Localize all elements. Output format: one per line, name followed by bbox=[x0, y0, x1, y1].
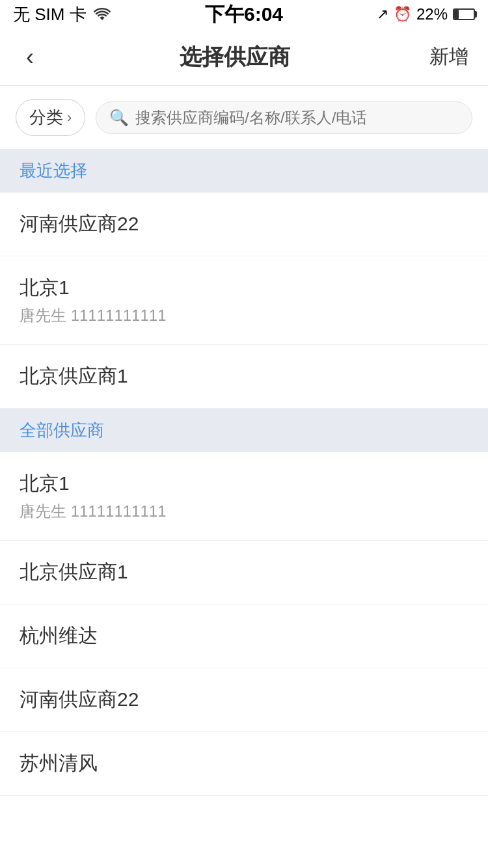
status-time: 下午6:04 bbox=[205, 1, 283, 28]
battery-label: 22% bbox=[416, 5, 448, 23]
page-title: 选择供应商 bbox=[180, 42, 290, 72]
item-name: 北京1 bbox=[20, 470, 468, 497]
all-section-header: 全部供应商 bbox=[0, 409, 488, 452]
all-list: 北京1 唐先生 11111111111北京供应商1杭州维达河南供应商22苏州清风 bbox=[0, 452, 488, 796]
recent-list: 河南供应商22北京1 唐先生 11111111111北京供应商1 bbox=[0, 193, 488, 409]
list-item[interactable]: 北京供应商1 bbox=[0, 541, 488, 604]
status-left: 无 SIM 卡 bbox=[13, 3, 111, 26]
status-right: ↗ ⏰ 22% bbox=[377, 5, 475, 23]
nav-bar: ‹ 选择供应商 新增 bbox=[0, 29, 488, 86]
category-filter[interactable]: 分类 › bbox=[16, 99, 85, 136]
status-bar: 无 SIM 卡 下午6:04 ↗ ⏰ 22% bbox=[0, 0, 488, 29]
location-icon: ↗ bbox=[377, 6, 388, 23]
list-item[interactable]: 河南供应商22 bbox=[0, 193, 488, 256]
item-name: 杭州维达 bbox=[20, 623, 468, 649]
list-item[interactable]: 北京1 唐先生 11111111111 bbox=[0, 452, 488, 541]
item-name: 苏州清风 bbox=[20, 750, 468, 777]
list-item[interactable]: 杭州维达 bbox=[0, 604, 488, 668]
category-label: 分类 bbox=[29, 106, 63, 129]
filter-bar: 分类 › 🔍 bbox=[0, 86, 488, 149]
list-item[interactable]: 苏州清风 bbox=[0, 732, 488, 796]
item-name: 北京1 bbox=[20, 275, 468, 301]
battery-icon bbox=[453, 8, 475, 20]
list-item[interactable]: 河南供应商22 bbox=[0, 668, 488, 732]
item-name: 河南供应商22 bbox=[20, 211, 468, 237]
item-sub: 唐先生 11111111111 bbox=[20, 305, 468, 326]
back-button[interactable]: ‹ bbox=[20, 37, 40, 77]
wifi-icon bbox=[93, 5, 111, 25]
chevron-right-icon: › bbox=[67, 109, 72, 126]
item-sub: 唐先生 11111111111 bbox=[20, 501, 468, 522]
search-box[interactable]: 🔍 bbox=[96, 102, 472, 134]
recent-section-header: 最近选择 bbox=[0, 149, 488, 193]
carrier-label: 无 SIM 卡 bbox=[13, 3, 87, 26]
item-name: 北京供应商1 bbox=[20, 363, 468, 390]
search-icon: 🔍 bbox=[109, 109, 129, 127]
alarm-icon: ⏰ bbox=[394, 6, 411, 23]
add-button[interactable]: 新增 bbox=[429, 44, 468, 70]
item-name: 北京供应商1 bbox=[20, 559, 468, 586]
list-item[interactable]: 北京1 唐先生 11111111111 bbox=[0, 256, 488, 345]
item-name: 河南供应商22 bbox=[20, 686, 468, 713]
search-input[interactable] bbox=[135, 109, 459, 127]
list-item[interactable]: 北京供应商1 bbox=[0, 345, 488, 409]
